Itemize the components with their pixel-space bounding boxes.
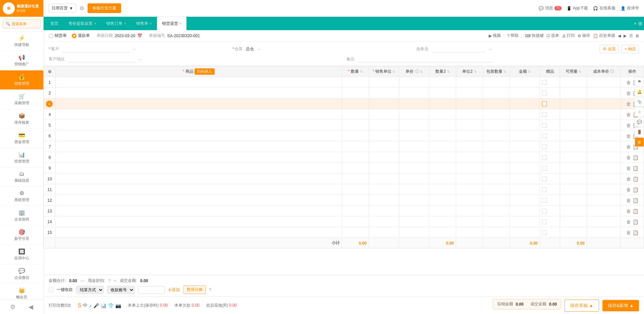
doc-select-btn[interactable]: ☑ 选单 [546, 33, 559, 39]
list-view-icon[interactable]: ☰ [629, 34, 633, 38]
product-cell-15[interactable] [56, 227, 342, 238]
side-icon-bell[interactable]: 🔔 [635, 87, 644, 97]
add-logistics-button[interactable]: + 物流 [622, 45, 639, 53]
radio-return[interactable]: 退款单 [72, 33, 90, 39]
delete-icon-15[interactable]: 🗑 [626, 230, 631, 235]
warehouse-dots[interactable]: ··· [257, 47, 261, 52]
qty2-cell-3[interactable] [429, 99, 456, 109]
product-cell-8[interactable] [56, 152, 342, 163]
product-cell-12[interactable] [56, 195, 342, 206]
qty-cell-2[interactable] [342, 88, 369, 99]
save-draft-button[interactable]: 保存草稿 ▲ [565, 300, 599, 312]
side-icon-room[interactable]: 🚪 [635, 127, 644, 137]
price-cell-1[interactable] [399, 77, 429, 88]
address-input[interactable] [68, 56, 135, 62]
tab-sale-order[interactable]: 销售订单 × [101, 17, 131, 30]
qty2-cell-2[interactable] [429, 88, 456, 99]
doc-history-btn[interactable]: 📋 历史单据 [593, 33, 615, 39]
settings-bottom-icon[interactable]: ⚙ [10, 303, 15, 311]
save-draft-dropdown-icon[interactable]: ▲ [589, 303, 593, 308]
experience-btn[interactable]: 体验行业方案 [88, 3, 121, 13]
user-avatar[interactable]: 👤 徐泽华 [621, 5, 639, 11]
doc-help-btn[interactable]: ? 帮助 [507, 33, 519, 39]
available-cell-1[interactable] [560, 77, 587, 88]
product-cell-13[interactable] [56, 206, 342, 216]
nav-next-icon[interactable]: ▶ [624, 34, 627, 38]
product-cell-10[interactable] [56, 174, 342, 184]
close-all-tabs-btn[interactable]: × [634, 21, 637, 26]
tab-sale-return[interactable]: 销货退货 × [157, 17, 187, 30]
cost-cell-2[interactable] [587, 88, 621, 99]
product-cell-4[interactable] [56, 109, 342, 120]
unit-sort-icon[interactable]: ⇅ [392, 70, 395, 73]
customer-input[interactable] [62, 46, 129, 52]
amount-sort-icon[interactable]: ⇅ [528, 70, 531, 73]
app-download-btn[interactable]: 📱 App下载 [567, 5, 588, 11]
save-new-button[interactable]: 保存&新增 ▲ [602, 300, 639, 311]
delete-icon-8[interactable]: 🗑 [626, 155, 631, 160]
salesperson-dots[interactable]: ··· [489, 47, 492, 52]
pkg-sort-icon[interactable]: ⇅ [503, 70, 506, 73]
product-cell-1[interactable] [56, 77, 342, 88]
qty-cell-3[interactable] [342, 99, 369, 109]
unit-cell-2[interactable] [369, 88, 399, 99]
unit-cell-3[interactable] [369, 99, 399, 109]
collapse-icon[interactable]: ◀ [29, 303, 33, 311]
add-row-btn[interactable]: + [46, 101, 53, 107]
product-cell-6[interactable] [56, 131, 342, 141]
delete-icon-14[interactable]: 🗑 [626, 219, 631, 225]
delete-icon-2[interactable]: 🗑 [626, 90, 631, 96]
customer-dots[interactable]: ··· [133, 47, 136, 52]
qty2-sort-icon[interactable]: ⇅ [447, 70, 450, 73]
payment-account-select[interactable]: 收款账号 [107, 286, 135, 294]
side-icon-active[interactable]: ⊞ [635, 137, 644, 147]
product-cell-5[interactable] [56, 120, 342, 131]
copy-icon-12[interactable]: 📋 [633, 198, 638, 203]
unit2-cell-3[interactable] [456, 99, 483, 109]
address-dots[interactable]: ··· [139, 57, 142, 62]
doc-video-btn[interactable]: ▶ 视频 [489, 33, 501, 39]
delete-icon-11[interactable]: 🗑 [626, 187, 631, 192]
price-sort-icon[interactable]: ⇅ [420, 70, 423, 73]
price-info-icon[interactable]: ⓘ [415, 69, 419, 74]
qty2-cell-1[interactable] [429, 77, 456, 88]
amount-cell-2[interactable] [510, 88, 540, 99]
radio-delivery[interactable]: 销货单 [49, 33, 67, 39]
tab-sale-return-close[interactable]: × [180, 22, 182, 25]
grid-view-icon[interactable]: ⊞ [636, 34, 639, 38]
tab-sale-delivery-close[interactable]: × [150, 22, 152, 25]
delete-icon-6[interactable]: 🗑 [626, 133, 631, 139]
side-icon-clip[interactable]: 📎 [635, 97, 644, 107]
cost-cell-1[interactable] [587, 77, 621, 88]
gift-cell-3[interactable] [540, 99, 560, 109]
available-cell-2[interactable] [560, 88, 587, 99]
sidebar-item-system[interactable]: ⚙ 系统管理 [0, 187, 43, 206]
th-settings[interactable]: ⚙ [44, 66, 56, 77]
payment-method-select[interactable]: 结算方式 [76, 286, 104, 294]
qty-cell-1[interactable] [342, 77, 369, 88]
product-cell-14[interactable] [56, 216, 342, 227]
unit2-cell-1[interactable] [456, 77, 483, 88]
tab-sale-delivery[interactable]: 销售单 × [131, 17, 157, 30]
salesperson-input[interactable] [432, 46, 485, 52]
product-input-3[interactable] [58, 102, 340, 106]
amount-cell-3[interactable] [510, 99, 540, 109]
copy-icon-8[interactable]: 📋 [633, 155, 638, 160]
copy-icon-11[interactable]: 📋 [633, 187, 638, 192]
sidebar-item-basic[interactable]: 🗂 基础信息 [0, 168, 43, 187]
copy-icon-9[interactable]: 📋 [633, 166, 638, 171]
nav-prev-icon[interactable]: ◀ [618, 34, 621, 38]
fee-split-btn[interactable]: 费用分摊 [183, 286, 206, 294]
product-cell-3[interactable] [56, 99, 342, 109]
copy-icon-15[interactable]: 📋 [633, 230, 638, 235]
gift-cell-2[interactable] [540, 88, 560, 99]
save-new-dropdown-icon[interactable]: ▲ [629, 303, 634, 308]
pkg-cell-1[interactable] [483, 77, 510, 88]
qty-sort-icon[interactable]: ⇅ [360, 70, 363, 73]
remark-input[interactable] [358, 56, 492, 62]
unit2-cell-2[interactable] [456, 88, 483, 99]
price-cell-2[interactable] [399, 88, 429, 99]
delete-icon-1[interactable]: 🗑 [626, 80, 631, 85]
sidebar-item-newbie[interactable]: 🎯 新手引导 [0, 226, 43, 245]
sidebar-item-wechat[interactable]: 💬 企业微信 [0, 264, 43, 284]
